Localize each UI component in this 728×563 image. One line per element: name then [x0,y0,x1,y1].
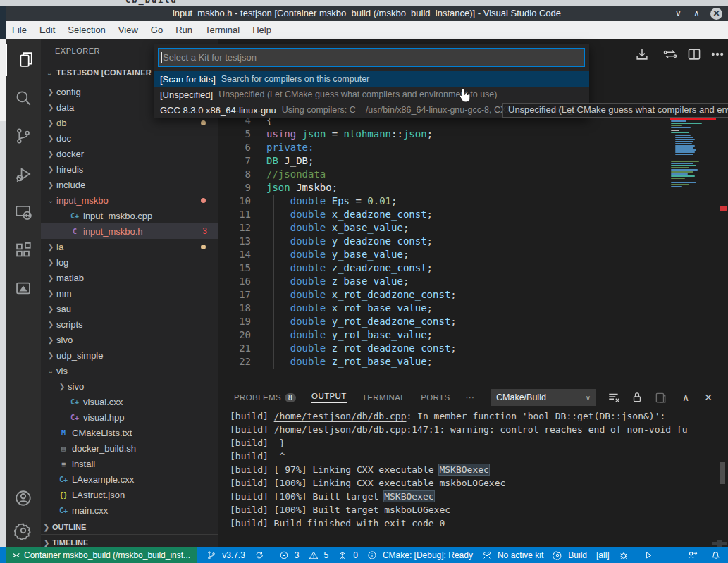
kit-option[interactable]: [Unspecified]Unspecified (Let CMake gues… [154,87,589,102]
tree-folder-hiredis[interactable]: ❯hiredis [41,161,218,177]
status-5[interactable]: 5 [309,550,329,560]
minimize-button[interactable]: ∨ [672,8,684,20]
status-bell[interactable] [710,550,724,560]
status-0[interactable]: 0 [338,550,358,560]
tree-file-input_mskbo.cpp[interactable]: C+input_mskbo.cpp [41,208,218,223]
tree-folder-doc[interactable]: ❯doc [41,130,218,146]
run-below-icon[interactable] [634,47,650,62]
status-feedback[interactable] [687,550,701,560]
lock-icon[interactable] [629,390,645,405]
open-output-in-editor-icon[interactable] [653,390,668,405]
kit-option[interactable]: [Scan for kits]Search for compilers on t… [154,71,589,87]
code-line: 14 double y_base_value; [218,249,670,262]
menu-file[interactable]: File [6,21,33,39]
status-no-active-kit[interactable]: No active kit [482,550,543,560]
status-build[interactable]: Build [553,550,587,560]
tree-item-label: docker [56,149,84,159]
panel-tab-problems[interactable]: PROBLEMS8 [234,393,296,402]
tree-folder-sivo[interactable]: ❯sivo [41,332,218,347]
source-control-icon[interactable] [6,120,41,152]
line-number: 13 [218,235,251,249]
window-title: input_mskbo.h - testjson [Container mskb… [6,6,728,21]
more-actions-icon[interactable] [710,47,725,62]
code-line: 8//jsondata [218,168,670,182]
tree-item-label: input_mskbo.cpp [83,211,152,221]
code-view[interactable]: 4{5using json = nlohmann::json;6private:… [218,115,670,369]
panel-triangle-icon[interactable] [6,272,41,304]
status-play[interactable] [643,550,659,560]
tree-folder-input_mskbo[interactable]: ⌄input_mskbo [41,192,218,208]
minimap[interactable] [670,78,716,190]
extensions-icon[interactable] [6,234,41,266]
search-icon[interactable] [6,82,41,114]
maximize-panel-icon[interactable]: ∧ [678,390,693,405]
tree-folder-sivo[interactable]: ❯sivo [41,378,218,394]
menu-go[interactable]: Go [144,21,169,39]
status--all-[interactable]: [all] [596,550,610,560]
tree-file-visual.cxx[interactable]: C+visual.cxx [41,394,218,409]
output-channel-dropdown[interactable]: CMake/Build ∨ [491,389,596,406]
error-icon [279,550,292,560]
tree-folder-la[interactable]: ❯la [41,239,218,254]
panel-tab-ports[interactable]: PORTS [421,393,450,402]
panel-scrollbar[interactable] [720,462,725,484]
menu-terminal[interactable]: Terminal [199,21,246,39]
tree-file-LAstruct.json[interactable]: {}LAstruct.json [41,487,218,502]
menu-selection[interactable]: Selection [61,21,111,39]
tree-file-CMakeLists.txt[interactable]: MCMakeLists.txt [41,425,218,440]
status-v3-7-3[interactable]: v3.7.3 [206,550,245,560]
menu-view[interactable]: View [112,21,144,39]
tree-file-main.cxx[interactable]: C+main.cxx [41,502,218,518]
tree-folder-matlab[interactable]: ❯matlab [41,270,218,285]
output-line: [build] [ 97%] Linking CXX executable MS… [230,464,723,478]
status-cmake-debug-ready[interactable]: CMake: [Debug]: Ready [367,550,473,560]
tree-folder-docker[interactable]: ❯docker [41,146,218,161]
menu-run[interactable]: Run [169,21,199,39]
remote-explorer-icon[interactable] [6,196,41,228]
tree-folder-log[interactable]: ❯log [41,254,218,270]
output-log[interactable]: [build] /home/testjson/db/db.cpp: In mem… [230,411,723,531]
tree-file-docker_build.sh[interactable]: ▤docker_build.sh [41,440,218,456]
tools-icon [482,550,495,560]
chevron-right-icon: ❯ [45,104,56,111]
output-line: [build] /home/testjson/db/db.cpp: In mem… [230,411,723,424]
tree-folder-vis[interactable]: ⌄vis [41,363,218,378]
tree-file-visual.hpp[interactable]: C+visual.hpp [41,409,218,425]
tree-folder-include[interactable]: ❯include [41,177,218,192]
switch-header-source-icon[interactable] [662,47,678,62]
quickpick-input[interactable]: Select a Kit for testjson [158,48,585,67]
tree-folder-mm[interactable]: ❯mm [41,285,218,301]
tree-file-input_mskbo.h[interactable]: Cinput_mskbo.h3 [41,223,218,239]
explorer-icon[interactable] [6,44,42,76]
chevron-right-icon: ❯ [45,135,56,142]
status-sync[interactable] [254,550,270,560]
tree-item-label: vis [56,366,68,376]
run-debug-icon[interactable] [6,158,41,190]
chevron-right-icon: ❯ [45,181,56,189]
tree-file-install[interactable]: ≣install [41,456,218,471]
output-channel-value: CMake/Build [496,392,586,402]
split-editor-icon[interactable] [686,47,702,62]
close-panel-icon[interactable]: ✕ [701,390,716,405]
close-button[interactable]: ✕ [710,8,722,20]
menu-edit[interactable]: Edit [33,21,61,39]
menu-help[interactable]: Help [246,21,278,39]
section-outline[interactable]: ❯OUTLINE [41,519,218,535]
status-3[interactable]: 3 [279,550,300,560]
settings-icon[interactable] [6,514,41,547]
tree-file-LAexample.cxx[interactable]: C+LAexample.cxx [41,471,218,487]
tree-item-label: install [72,459,95,469]
account-icon[interactable] [6,482,41,514]
tree-folder-sau[interactable]: ❯sau [41,301,218,316]
text-caret [161,52,162,63]
status-bug[interactable] [619,550,634,560]
panel-tab-terminal[interactable]: TERMINAL [362,393,405,402]
panel-tab-output[interactable]: OUTPUT [311,392,347,403]
remote-indicator[interactable]: Container mskbo_build (/mskbo_build_inst… [6,547,197,563]
maximize-button[interactable]: ∧ [691,8,703,20]
panel-tab-[interactable]: ··· [466,393,475,402]
tree-item-label: visual.cxx [83,397,123,407]
tree-folder-udp_simple[interactable]: ❯udp_simple [41,347,218,363]
clear-output-icon[interactable] [606,390,622,405]
tree-folder-scripts[interactable]: ❯scripts [41,316,218,332]
